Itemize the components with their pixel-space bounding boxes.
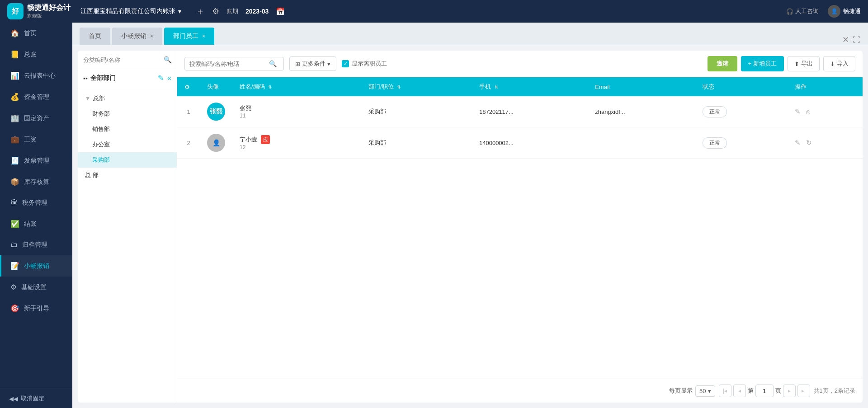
avatar-1: 张熙 <box>207 103 225 121</box>
col-settings[interactable]: ⚙ <box>177 77 200 96</box>
top-header: 好 畅捷通好会计 旗舰版 江西服宝精品有限责任公司内账张 ▾ ＋ ⚙ 账期 20… <box>0 0 868 23</box>
dept-cell-2: 采购部 <box>361 127 472 159</box>
dept-tree: ▼ 总部 财务部 销售部 办公室 采购部 <box>78 87 177 403</box>
page-suffix: 页 <box>775 387 781 395</box>
sidebar-item-close[interactable]: ✅ 结账 <box>0 213 72 234</box>
dept-purchase-label: 采购部 <box>92 156 110 164</box>
name-cell-1: 张熙 11 <box>232 96 361 127</box>
sidebar-item-report-center[interactable]: 📊 云报表中心 <box>0 65 72 86</box>
page-input[interactable] <box>755 385 774 397</box>
logout-employee-1[interactable]: ⎋ <box>806 108 810 116</box>
inventory-icon: 📦 <box>10 178 19 186</box>
edit-employee-2[interactable]: ✎ <box>795 139 801 147</box>
dept-node-finance[interactable]: 财务部 <box>78 106 177 122</box>
sidebar-item-settings[interactable]: ⚙ 基础设置 <box>0 277 72 298</box>
app-version: 旗舰版 <box>27 13 71 19</box>
sidebar-item-expense[interactable]: 📝 小畅报销 <box>0 255 72 277</box>
sidebar-item-fixed-assets[interactable]: 🏢 固定资产 <box>0 108 72 129</box>
sidebar-label-close: 结账 <box>24 220 37 228</box>
avatar-2: 👤 <box>207 134 225 152</box>
more-filter-btn[interactable]: ⊞ 更多条件 ▾ <box>289 56 336 71</box>
prev-page-btn[interactable]: ◂ <box>733 385 746 397</box>
col-name[interactable]: 姓名/编码 ⇅ <box>232 77 361 96</box>
collapse-dept-icon[interactable]: « <box>167 74 171 82</box>
logo-icon: 好 <box>7 3 24 19</box>
employee-search-input[interactable] <box>189 61 266 67</box>
fund-icon: 💰 <box>10 93 19 101</box>
tab-expense-label: 小畅报销 <box>121 32 146 40</box>
import-btn[interactable]: ⬇ 导入 <box>823 56 855 71</box>
col-dept[interactable]: 部门/职位 ⇅ <box>361 77 472 96</box>
dept-node-general[interactable]: 总 部 <box>78 168 177 183</box>
table-row: 2 👤 宁小壹 应 12 <box>177 127 863 159</box>
employee-search-icon[interactable]: 🔍 <box>269 60 277 67</box>
all-dept-label: ▪▪ 全部部门 <box>83 74 116 82</box>
first-page-btn[interactable]: |◂ <box>719 385 731 397</box>
sidebar-item-invoice[interactable]: 🧾 发票管理 <box>0 150 72 171</box>
tab-dept-close[interactable]: × <box>202 33 205 39</box>
sidebar-item-general-ledger[interactable]: 📒 总账 <box>0 44 72 65</box>
edit-dept-icon[interactable]: ✎ <box>158 74 164 82</box>
dept-header: ▪▪ 全部部门 ✎ « <box>78 69 177 87</box>
last-page-btn[interactable]: ▸| <box>797 385 810 397</box>
col-phone[interactable]: 手机 ⇅ <box>472 77 588 96</box>
show-inactive-checkbox[interactable]: ✓ <box>342 60 349 67</box>
tab-dept-employee[interactable]: 部门员工 × <box>164 28 214 45</box>
settings-icon[interactable]: ⚙ <box>212 6 219 16</box>
dept-node-root[interactable]: ▼ 总部 <box>78 91 177 106</box>
ying-badge-2: 应 <box>261 135 270 144</box>
dept-search-input[interactable] <box>83 56 161 63</box>
refresh-employee-2[interactable]: ↻ <box>806 139 812 147</box>
tab-expense-report[interactable]: 小畅报销 × <box>112 28 162 45</box>
total-info: 共1页，2条记录 <box>814 387 855 395</box>
invite-btn[interactable]: 邀请 <box>708 56 737 71</box>
col-avatar: 头像 <box>200 77 232 96</box>
sidebar-item-inventory[interactable]: 📦 库存核算 <box>0 171 72 192</box>
per-page-select[interactable]: 50 ▾ <box>695 385 715 397</box>
name-cell-2: 宁小壹 应 12 <box>232 127 361 159</box>
next-page-btn[interactable]: ▸ <box>783 385 796 397</box>
dept-node-sales[interactable]: 销售部 <box>78 122 177 137</box>
status-cell-1: 正常 <box>695 96 788 127</box>
cancel-pin-btn[interactable]: ◀◀ 取消固定 <box>0 389 72 408</box>
invoice-icon: 🧾 <box>10 156 19 165</box>
dept-node-office[interactable]: 办公室 <box>78 137 177 152</box>
dept-node-purchase[interactable]: 采购部 <box>78 152 177 168</box>
home-icon: 🏠 <box>10 29 19 38</box>
avatar-cell-1: 张熙 <box>200 96 232 127</box>
dept-header-icons: ✎ « <box>158 74 171 82</box>
sidebar-item-tax[interactable]: 🏛 税务管理 <box>0 192 72 213</box>
calendar-icon[interactable]: 📅 <box>276 7 285 16</box>
period-value[interactable]: 2023-03 <box>245 8 269 15</box>
dept-search-icon[interactable]: 🔍 <box>164 56 171 63</box>
sidebar-item-fund-mgmt[interactable]: 💰 资金管理 <box>0 86 72 108</box>
email-cell-2 <box>588 127 695 159</box>
toolbar-right: 邀请 + 新增员工 ⬆ 导出 ⬇ 导入 <box>708 56 855 71</box>
sidebar-item-archive[interactable]: 🗂 归档管理 <box>0 234 72 255</box>
sidebar-item-payroll[interactable]: 💼 工资 <box>0 129 72 150</box>
sidebar-item-home[interactable]: 🏠 首页 <box>0 23 72 44</box>
tax-icon: 🏛 <box>10 199 18 207</box>
per-page-value: 50 <box>699 388 706 394</box>
tab-expense-close[interactable]: × <box>150 33 153 39</box>
main-layout: 🏠 首页 📒 总账 📊 云报表中心 💰 资金管理 🏢 固定资产 💼 工资 🧾 发… <box>0 23 868 408</box>
add-company-btn[interactable]: ＋ <box>196 5 205 18</box>
support-btn[interactable]: 🎧 人工咨询 <box>786 7 819 15</box>
filter-icon: ⊞ <box>295 61 300 67</box>
sidebar-label-payroll: 工资 <box>24 136 37 144</box>
close-window-btn[interactable]: ✕ <box>842 35 849 45</box>
export-btn[interactable]: ⬆ 导出 <box>788 56 820 71</box>
user-info[interactable]: 👤 畅捷通 <box>828 5 861 18</box>
edit-employee-1[interactable]: ✎ <box>795 108 801 116</box>
dept-root-label: 总部 <box>93 94 105 103</box>
payroll-icon: 💼 <box>10 135 19 144</box>
action-cell-1: ✎ ⎋ <box>795 108 855 116</box>
headset-icon: 🎧 <box>786 8 793 15</box>
add-employee-btn[interactable]: + 新增员工 <box>741 56 784 71</box>
sidebar-label-guide: 新手引导 <box>24 305 49 313</box>
close-period-icon: ✅ <box>10 220 19 228</box>
company-selector[interactable]: 江西服宝精品有限责任公司内账张 ▾ <box>80 7 181 15</box>
tab-home[interactable]: 首页 <box>80 28 110 45</box>
sidebar-item-guide[interactable]: 🎯 新手引导 <box>0 298 72 319</box>
maximize-window-btn[interactable]: ⛶ <box>853 35 861 45</box>
